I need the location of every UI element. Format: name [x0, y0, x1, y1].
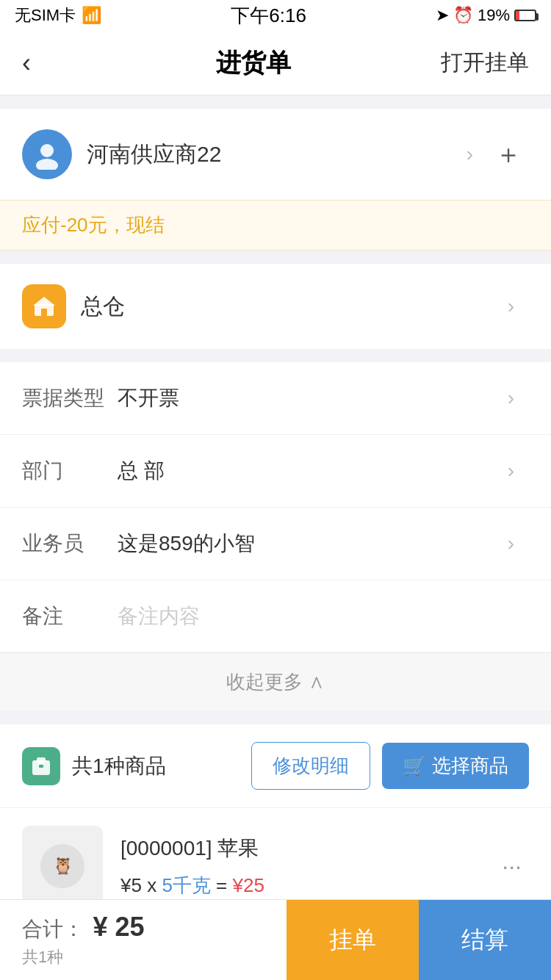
department-row[interactable]: 部门 总 部 ›	[0, 435, 551, 508]
checkout-button[interactable]: 结算	[419, 900, 551, 981]
bottom-bar: 合计： ¥ 25 共1种 挂单 结算	[0, 899, 551, 980]
supplier-name: 河南供应商22	[87, 140, 467, 170]
salesperson-value: 这是859的小智	[118, 530, 508, 558]
svg-text:🦉: 🦉	[53, 856, 73, 876]
chevron-right-icon: ›	[508, 459, 514, 483]
nav-bar: ‹ 进货单 打开挂单	[0, 31, 551, 96]
carrier-label: 无SIM卡	[15, 4, 76, 26]
total-amount: ¥ 25	[93, 912, 144, 942]
product-header: 共1种商品 修改明细 🛒 选择商品	[0, 724, 551, 808]
product-more-button[interactable]: ···	[494, 846, 529, 887]
remark-row[interactable]: 备注 备注内容	[0, 580, 551, 652]
chevron-right-icon: ›	[508, 295, 514, 318]
product-info: [0000001] 苹果 ¥5 x 5千克 = ¥25	[120, 835, 494, 898]
select-product-label: 选择商品	[432, 753, 508, 779]
total-section: 合计： ¥ 25 共1种	[0, 912, 287, 968]
page-title: 进货单	[216, 46, 291, 80]
department-label: 部门	[22, 457, 118, 485]
supplier-notice: 应付-20元，现结	[0, 200, 551, 251]
quantity: 5千克	[162, 874, 210, 896]
add-supplier-button[interactable]: ＋	[488, 137, 529, 173]
svg-rect-6	[37, 757, 46, 763]
total-label: 合计：	[22, 918, 84, 940]
form-section: 票据类型 不开票 › 部门 总 部 › 业务员 这是859的小智 › 备注 备注…	[0, 362, 551, 652]
product-title: 苹果	[217, 837, 259, 860]
chevron-right-icon: ›	[508, 532, 514, 555]
product-thumbnail: 🦉	[22, 826, 103, 907]
product-code: [0000001]	[120, 837, 212, 860]
supplier-row[interactable]: 河南供应商22 › ＋	[0, 109, 551, 200]
supplier-section: 河南供应商22 › ＋ 应付-20元，现结	[0, 109, 551, 251]
svg-point-0	[40, 144, 54, 157]
location-icon: ➤	[436, 6, 449, 25]
invoice-type-row[interactable]: 票据类型 不开票 ›	[0, 362, 551, 435]
alarm-icon: ⏰	[453, 6, 473, 25]
invoice-type-label: 票据类型	[22, 384, 118, 412]
chevron-right-icon: ›	[467, 143, 473, 166]
warehouse-section[interactable]: 总仓 ›	[0, 264, 551, 349]
warehouse-icon	[22, 284, 66, 328]
multiply-sign: x	[147, 874, 162, 896]
open-hang-button[interactable]: 打开挂单	[441, 48, 529, 78]
unit-price: ¥5	[120, 874, 142, 896]
product-price-row: ¥5 x 5千克 = ¥25	[120, 873, 494, 898]
equals-sign: =	[216, 874, 232, 896]
line-total: ¥25	[233, 874, 264, 896]
cart-icon: 🛒	[403, 754, 426, 777]
status-time: 下午6:16	[231, 3, 306, 29]
hang-button[interactable]: 挂单	[287, 900, 419, 981]
chevron-right-icon: ›	[508, 386, 514, 410]
battery-label: 19%	[478, 6, 510, 25]
svg-marker-3	[33, 297, 55, 306]
svg-rect-4	[41, 309, 47, 316]
product-count-label: 共1种商品	[72, 752, 251, 780]
department-value: 总 部	[118, 457, 508, 485]
supplier-avatar	[22, 129, 72, 179]
remark-label: 备注	[22, 602, 118, 630]
total-count: 共1种	[22, 946, 264, 968]
remark-placeholder[interactable]: 备注内容	[118, 602, 529, 630]
wifi-icon: 📶	[82, 6, 101, 25]
collapse-bar[interactable]: 收起更多 ∧	[0, 652, 551, 711]
battery-icon	[514, 10, 536, 21]
status-left: 无SIM卡 📶	[15, 4, 101, 26]
warehouse-name: 总仓	[81, 292, 508, 322]
product-icon	[22, 747, 60, 785]
product-section: 共1种商品 修改明细 🛒 选择商品 🦉 [0000001] 苹果 ¥5 x 5千…	[0, 724, 551, 924]
svg-rect-7	[39, 765, 43, 768]
back-button[interactable]: ‹	[22, 48, 66, 79]
invoice-type-value: 不开票	[118, 384, 508, 412]
status-right: ➤ ⏰ 19%	[436, 6, 536, 25]
svg-point-1	[36, 159, 58, 170]
status-bar: 无SIM卡 📶 下午6:16 ➤ ⏰ 19%	[0, 0, 551, 31]
select-product-button[interactable]: 🛒 选择商品	[382, 743, 529, 789]
product-name: [0000001] 苹果	[120, 835, 494, 862]
salesperson-row[interactable]: 业务员 这是859的小智 ›	[0, 508, 551, 580]
salesperson-label: 业务员	[22, 530, 118, 558]
edit-detail-button[interactable]: 修改明细	[251, 742, 370, 790]
